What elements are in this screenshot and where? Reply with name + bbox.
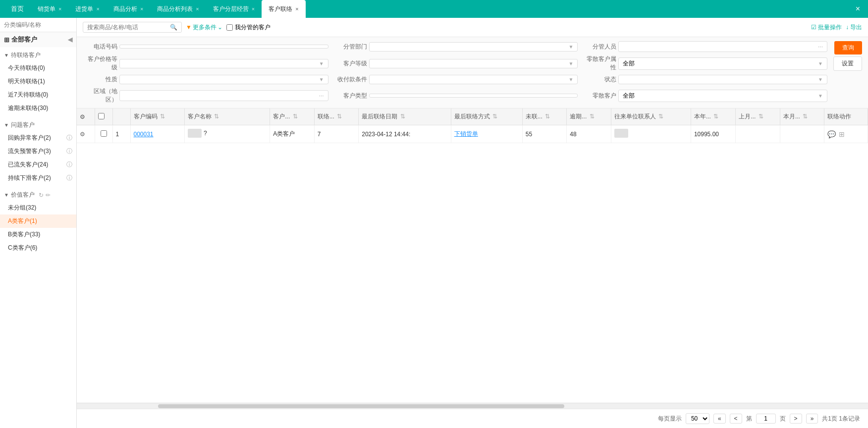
close-analysis-list-icon[interactable]: × [196, 6, 199, 12]
edit-icon[interactable]: ✏ [46, 192, 51, 199]
my-customers-checkbox[interactable]: 我分管的客户 [226, 23, 271, 32]
batch-op-btn[interactable]: ☑ 批量操作 [811, 23, 842, 32]
sort-last-month-icon[interactable]: ⇅ [759, 113, 763, 120]
filter-more-btn[interactable]: ▼ 更多条件 ⌄ [186, 23, 222, 32]
col-last-date[interactable]: 最后联络日期 ⇅ [359, 108, 451, 125]
close-sales-icon[interactable]: × [58, 6, 61, 12]
nav-purchase[interactable]: 进货单 × [68, 0, 106, 18]
collapse-sidebar-icon[interactable]: ◀ [68, 36, 72, 43]
col-no-contact[interactable]: 未联... ⇅ [522, 108, 566, 125]
sidebar-item-week-contact[interactable]: 近7天待联络(0) [0, 88, 76, 102]
customer-type-input[interactable] [369, 94, 578, 98]
sidebar-item-churned[interactable]: 已流失客户(24) ⓘ [0, 158, 76, 171]
export-btn[interactable]: ↓ 导出 [846, 23, 862, 32]
sidebar-item-ungrouped[interactable]: 未分组(32) [0, 201, 76, 214]
next-page-btn[interactable]: > [790, 414, 802, 424]
col-this-year[interactable]: 本年... ⇅ [691, 108, 735, 125]
sort-method-icon[interactable]: ⇅ [492, 113, 497, 120]
last-method-link[interactable]: 下销货单 [454, 130, 478, 137]
select-all-checkbox[interactable] [98, 113, 105, 119]
page-size-select[interactable]: 50 [686, 413, 709, 424]
status-dropdown[interactable]: ▼ [618, 75, 827, 84]
sidebar-item-repurchase-abnormal[interactable]: 回购异常客户(2) ⓘ [0, 131, 76, 145]
query-button[interactable]: 查询 [834, 41, 862, 54]
sort-type-icon[interactable]: ⇅ [293, 113, 298, 120]
col-overdue[interactable]: 逾期... ⇅ [567, 108, 611, 125]
sidebar-item-class-c[interactable]: C类客户(6) [0, 241, 76, 255]
first-page-btn[interactable]: « [713, 414, 726, 424]
sort-year-icon[interactable]: ⇅ [713, 113, 718, 120]
sort-contact-icon[interactable]: ⇅ [337, 113, 342, 120]
nav-home[interactable]: 首页 [4, 0, 31, 18]
sort-person-icon[interactable]: ⇅ [658, 113, 663, 120]
all-customers-header[interactable]: ⊞ 全部客户 ◀ [0, 32, 76, 47]
sidebar-item-overdue-contact[interactable]: 逾期未联络(30) [0, 102, 76, 115]
sort-code-icon[interactable]: ⇅ [160, 113, 165, 120]
col-code[interactable]: 客户编码 ⇅ [130, 108, 185, 125]
customer-level-dropdown[interactable]: ▼ [369, 59, 578, 68]
problem-customer-label[interactable]: ▼ 问题客户 [0, 119, 76, 131]
close-all-button[interactable]: × [852, 2, 864, 15]
sidebar-item-churn-warning[interactable]: 流失预警客户(3) ⓘ [0, 145, 76, 158]
col-last-month[interactable]: 上月... ⇅ [736, 108, 780, 125]
sort-name-icon[interactable]: ⇅ [214, 113, 219, 120]
col-last-method[interactable]: 最后联络方式 ⇅ [451, 108, 522, 125]
sort-this-month-icon[interactable]: ⇅ [803, 113, 808, 120]
phone-input[interactable] [119, 45, 328, 49]
pending-contact-label[interactable]: ▼ 待联络客户 [0, 49, 76, 61]
set-button[interactable]: 设置 [833, 56, 862, 71]
close-customer-contact-icon[interactable]: × [295, 6, 298, 12]
row-checkbox[interactable] [101, 130, 107, 137]
close-purchase-icon[interactable]: × [96, 6, 99, 12]
filter-search-icon[interactable]: 🔍 [170, 24, 177, 31]
sidebar-item-declining[interactable]: 持续下滑客户(2) ⓘ [0, 171, 76, 185]
value-customer-label[interactable]: ▼ 价值客户 ↻ ✏ [0, 189, 76, 201]
page-word: 第 [746, 415, 752, 423]
nav-sales[interactable]: 销货单 × [31, 0, 68, 18]
close-customer-tier-icon[interactable]: × [252, 6, 255, 12]
region-input[interactable]: ··· [119, 90, 328, 101]
qr-icon[interactable]: ⊞ [839, 130, 845, 138]
row-last-method[interactable]: 下销货单 [451, 125, 522, 143]
payment-dropdown[interactable]: ▼ [369, 75, 578, 84]
col-contact-person[interactable]: 往来单位联系人 ⇅ [611, 108, 691, 125]
filter-search-input[interactable] [87, 24, 168, 31]
table-header-row: ⚙ 客户编码 ⇅ 客户名称 ⇅ [77, 108, 868, 125]
col-gear[interactable]: ⚙ [77, 108, 95, 125]
close-analysis-icon[interactable]: × [140, 6, 143, 12]
sort-date-icon[interactable]: ⇅ [400, 113, 405, 120]
retail-attr-dropdown[interactable]: 全部 ▼ [618, 57, 827, 70]
refresh-icon[interactable]: ↻ [39, 192, 44, 199]
col-name[interactable]: 客户名称 ⇅ [185, 108, 270, 125]
col-contact[interactable]: 联络... ⇅ [314, 108, 358, 125]
my-customers-check-input[interactable] [226, 24, 233, 31]
sidebar-search-input[interactable] [4, 21, 77, 28]
nav-customer-tier[interactable]: 客户分层经营 × [206, 0, 262, 18]
row-gear[interactable]: ⚙ [77, 125, 95, 143]
nav-analysis-list[interactable]: 商品分析列表 × [150, 0, 206, 18]
col-this-month[interactable]: 本月... ⇅ [780, 108, 824, 125]
nature-dropdown[interactable]: ▼ [119, 75, 328, 84]
last-page-btn[interactable]: » [806, 414, 818, 424]
sidebar-item-tomorrow-contact[interactable]: 明天待联络(1) [0, 75, 76, 88]
sidebar-item-today-contact[interactable]: 今天待联络(0) [0, 61, 76, 75]
col-type[interactable]: 客户... ⇅ [270, 108, 314, 125]
message-icon[interactable]: 💬 [827, 130, 836, 138]
person-input[interactable]: ··· [618, 41, 827, 52]
nav-analysis[interactable]: 商品分析 × [107, 0, 150, 18]
customer-code-link[interactable]: 000031 [134, 131, 154, 138]
prev-page-btn[interactable]: < [730, 414, 742, 424]
nav-customer-contact[interactable]: 客户联络 × [262, 0, 305, 18]
h-scroll-thumb[interactable] [158, 404, 564, 408]
sidebar-item-class-b[interactable]: B类客户(33) [0, 228, 76, 241]
row-code[interactable]: 000031 [130, 125, 185, 143]
sidebar-item-class-a[interactable]: A类客户(1) [0, 214, 76, 228]
price-level-dropdown[interactable]: ▼ [119, 59, 328, 68]
sort-no-contact-icon[interactable]: ⇅ [545, 113, 550, 120]
retail-customer-dropdown[interactable]: 全部 ▼ [618, 90, 827, 102]
dept-dropdown[interactable]: ▼ [369, 42, 578, 52]
gear-icon[interactable]: ⚙ [80, 113, 85, 120]
page-number-input[interactable] [756, 414, 776, 424]
horizontal-scrollbar[interactable] [77, 403, 868, 409]
sort-overdue-icon[interactable]: ⇅ [590, 113, 595, 120]
